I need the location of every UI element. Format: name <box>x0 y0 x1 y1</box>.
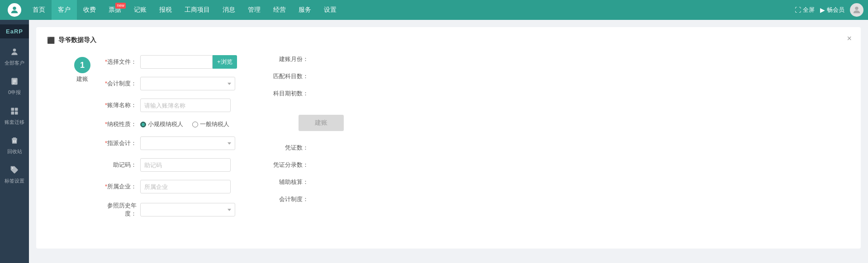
step-circle: 1 <box>74 57 90 73</box>
voucher-entries-row: 凭证分录数： <box>271 161 371 169</box>
tax-nature-row: *纳税性质： 小规模纳税人 一般纳税人 <box>100 120 253 128</box>
sidebar-item-label: 全部客户 <box>5 60 24 66</box>
nav-manage[interactable]: 管理 <box>242 0 267 20</box>
declaration-icon <box>10 77 19 87</box>
nav-tax[interactable]: 报税 <box>153 0 178 20</box>
nav-settings[interactable]: 设置 <box>318 0 343 20</box>
step-indicator: 1 建账 <box>74 57 90 83</box>
logo-icon <box>8 3 21 17</box>
sidebar-item-label: 标签设置 <box>5 178 24 184</box>
panel-title: ⬛ 导爷数据导入 <box>47 36 850 44</box>
import-icon: ⬛ <box>47 37 55 44</box>
accounting-system-select[interactable] <box>140 77 235 90</box>
trash-icon <box>10 136 19 146</box>
nav-operations[interactable]: 经营 <box>267 0 292 20</box>
form-left: 1 建账 *选择文件： +浏览 <box>74 55 253 218</box>
sidebar-item-recycle[interactable]: 回收站 <box>0 132 29 159</box>
match-subjects-label: 匹配科目数： <box>271 72 312 80</box>
nav-customer[interactable]: 客户 <box>52 0 77 20</box>
reference-year-select[interactable] <box>140 203 235 216</box>
form-fields: *选择文件： +浏览 *会计制度： <box>100 55 253 218</box>
memo-code-input[interactable] <box>140 158 231 172</box>
assign-accountant-select[interactable] <box>140 136 235 150</box>
play-icon: ▶ <box>820 6 825 14</box>
svg-rect-9 <box>11 111 14 114</box>
nav-ticket[interactable]: 票据 new <box>102 0 128 20</box>
file-label: *选择文件： <box>100 58 140 66</box>
auxiliary-calc-label: 辅助核算： <box>271 178 312 186</box>
voucher-entries-label: 凭证分录数： <box>271 161 312 169</box>
membership-btn[interactable]: ▶ 畅会员 <box>820 6 844 14</box>
affiliated-company-label: *所属企业： <box>100 183 140 191</box>
svg-rect-8 <box>15 108 18 111</box>
file-input[interactable] <box>140 55 213 69</box>
sidebar-brand: EaRP <box>0 24 29 38</box>
user-avatar[interactable] <box>850 3 863 17</box>
svg-rect-10 <box>15 111 18 114</box>
nav-service[interactable]: 服务 <box>292 0 318 20</box>
reference-year-label: 参照历史年度： <box>100 202 140 218</box>
sidebar: EaRP 全部客户 0申报 <box>0 20 29 263</box>
match-subjects-row: 匹配科目数： <box>271 72 371 80</box>
fullscreen-icon: ⛶ <box>795 6 801 14</box>
build-month-row: 建账月份： <box>271 55 371 63</box>
sidebar-item-label: 0申报 <box>8 89 21 95</box>
info-panel: 建账月份： 匹配科目数： 科目期初数： 建账 <box>271 55 371 218</box>
svg-rect-3 <box>11 78 17 85</box>
memo-code-row: 助记码： <box>100 158 253 172</box>
svg-point-1 <box>855 7 858 10</box>
info-accounting-system-row: 会计制度： <box>271 195 371 203</box>
assign-accountant-row: *指派会计： <box>100 136 253 150</box>
radio-general-taxpayer[interactable]: 一般纳税人 <box>192 120 229 128</box>
voucher-count-label: 凭证数： <box>271 144 312 152</box>
browse-button[interactable]: +浏览 <box>213 55 237 69</box>
radio-small-taxpayer[interactable]: 小规模纳税人 <box>140 120 183 128</box>
svg-rect-7 <box>11 108 14 111</box>
nav-fee[interactable]: 收费 <box>77 0 102 20</box>
ledger-name-label: *账簿名称： <box>100 101 140 109</box>
tax-nature-label: *纳税性质： <box>100 120 140 128</box>
panel: ⬛ 导爷数据导入 × 1 建账 *选择文件： <box>36 27 861 249</box>
sidebar-item-label: 回收站 <box>7 148 22 155</box>
reference-year-row: 参照历史年度： <box>100 202 253 218</box>
file-input-group: +浏览 <box>140 55 237 69</box>
info-accounting-system-label: 会计制度： <box>271 195 312 203</box>
nav-items: 首页 客户 收费 票据 new 记账 报税 工商项目 消息 管理 经营 服务 设… <box>26 0 795 20</box>
auxiliary-calc-row: 辅助核算： <box>271 178 371 186</box>
accounting-system-row: *会计制度： <box>100 77 253 90</box>
close-button[interactable]: × <box>847 34 852 42</box>
build-month-label: 建账月份： <box>271 55 312 63</box>
top-navigation: 首页 客户 收费 票据 new 记账 报税 工商项目 消息 管理 经营 服务 设… <box>0 0 868 20</box>
nav-business-project[interactable]: 工商项目 <box>178 0 216 20</box>
content-area: ⬛ 导爷数据导入 × 1 建账 *选择文件： <box>29 20 868 263</box>
assign-accountant-label: *指派会计： <box>100 139 140 147</box>
sidebar-item-declaration[interactable]: 0申报 <box>0 72 29 100</box>
memo-code-label: 助记码： <box>100 161 140 169</box>
ledger-name-input[interactable] <box>140 99 231 112</box>
people-icon <box>10 47 19 58</box>
accounting-system-label: *会计制度： <box>100 80 140 88</box>
fullscreen-btn[interactable]: ⛶ 全屏 <box>795 6 815 14</box>
nav-bookkeeping[interactable]: 记账 <box>128 0 153 20</box>
nav-home[interactable]: 首页 <box>26 0 52 20</box>
subject-initial-row: 科目期初数： <box>271 89 371 98</box>
build-account-button[interactable]: 建账 <box>299 115 344 131</box>
build-btn-container: 建账 <box>271 110 371 131</box>
sidebar-item-all-customers[interactable]: 全部客户 <box>0 43 29 70</box>
sidebar-item-account-migration[interactable]: 账套迁移 <box>0 102 29 130</box>
sidebar-item-label: 账套迁移 <box>5 119 24 125</box>
sidebar-item-tag-settings[interactable]: 标签设置 <box>0 161 29 188</box>
subject-initial-label: 科目期初数： <box>271 89 312 98</box>
migration-icon <box>10 107 19 117</box>
svg-point-0 <box>13 7 16 10</box>
new-badge: new <box>115 3 126 9</box>
voucher-count-row: 凭证数： <box>271 144 371 152</box>
file-row: *选择文件： +浏览 <box>100 55 253 69</box>
form-area: 1 建账 *选择文件： +浏览 <box>47 55 850 218</box>
nav-message[interactable]: 消息 <box>216 0 242 20</box>
affiliated-company-row: *所属企业： <box>100 180 253 193</box>
affiliated-company-input[interactable] <box>140 180 231 193</box>
ledger-name-row: *账簿名称： <box>100 99 253 112</box>
app-logo <box>5 0 24 20</box>
svg-point-13 <box>12 168 14 169</box>
